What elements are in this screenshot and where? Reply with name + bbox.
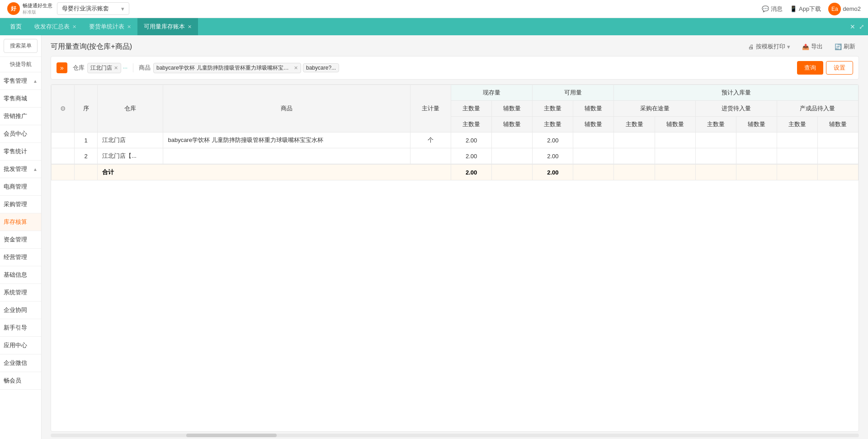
remove-warehouse-tag-icon[interactable]: ✕	[114, 65, 118, 71]
export-button[interactable]: 📤 导出	[798, 41, 826, 52]
table-row: 1 江北门店 babycare学饮杯 儿童防摔防撞吸管杯重力球吸嘴杯宝宝水杯 个…	[52, 132, 859, 148]
query-button[interactable]: 查询	[797, 61, 823, 75]
close-tab-1-icon[interactable]: ✕	[72, 24, 76, 30]
sidebar-item-vip[interactable]: 畅会员	[0, 372, 41, 389]
sidebar-item-wholesale[interactable]: 批发管理 ▲	[0, 160, 41, 178]
message-icon: 💬	[762, 5, 769, 12]
th-avail-main: 主数量	[533, 101, 573, 117]
sidebar-item-operation[interactable]: 经营管理	[0, 249, 41, 266]
app-download-action[interactable]: 📱 App下载	[790, 5, 821, 13]
sidebar-quick-nav[interactable]: 快捷导航	[0, 57, 41, 72]
sidebar-item-ecommerce[interactable]: 电商管理	[0, 178, 41, 195]
sidebar-item-retail-mgmt[interactable]: 零售管理 ▲	[0, 72, 41, 90]
sidebar-label-enterprise: 企业协同	[4, 306, 27, 314]
footer-purch-aux	[655, 164, 695, 180]
sidebar-group-inventory: 库存核算	[0, 213, 41, 231]
page-title: 可用量查询(按仓库+商品)	[51, 42, 132, 52]
sidebar-label-newbie: 新手引导	[4, 324, 27, 332]
sidebar-label-vip: 畅会员	[4, 377, 21, 385]
row-prod-main	[777, 132, 817, 148]
sidebar-label-purchase: 采购管理	[4, 200, 27, 208]
close-window-icon[interactable]: ✕	[850, 23, 855, 30]
content-area: 可用量查询(按仓库+商品) 🖨 按模板打印 ▾ 📤 导出 🔄 刷新 »	[42, 35, 868, 439]
sidebar-group-enterprise: 企业协同	[0, 302, 41, 319]
tab-yao-huo-dan[interactable]: 要货单统计表 ✕	[83, 18, 137, 35]
tab-label-1: 收发存汇总表	[34, 23, 70, 31]
horizontal-scrollbar[interactable]	[51, 432, 859, 439]
sidebar-item-system[interactable]: 系统管理	[0, 284, 41, 301]
sidebar-item-purchase[interactable]: 采购管理	[0, 196, 41, 213]
tab-home[interactable]: 首页	[4, 18, 28, 35]
main-layout: 搜索菜单 快捷导航 零售管理 ▲ 零售商城 营销推广 会员中心 零售	[0, 35, 868, 439]
account-selector[interactable]: 母婴行业演示账套 ▾	[57, 2, 129, 15]
product-tag-2[interactable]: babycare?...	[303, 63, 339, 72]
sidebar-label-wholesale: 批发管理	[4, 165, 27, 173]
sidebar-item-finance[interactable]: 资金管理	[0, 231, 41, 248]
search-menu-button[interactable]: 搜索菜单	[4, 39, 38, 53]
sidebar-item-enterprise[interactable]: 企业协同	[0, 302, 41, 319]
chevron-down-icon: ▾	[121, 5, 124, 12]
sidebar-item-retail-stat[interactable]: 零售统计	[0, 143, 41, 160]
table-container: ⚙ 序 仓库 商品 主计量 现存量 可用量 预计入库量 主数量 辅数量 主数量	[51, 84, 859, 432]
th-incoming-pending: 进货待入量	[695, 101, 777, 117]
sidebar-search-section: 搜索菜单	[0, 35, 41, 57]
sidebar-item-basic[interactable]: 基础信息	[0, 266, 41, 283]
user-action[interactable]: Ea demo2	[828, 3, 861, 15]
sidebar-item-marketing[interactable]: 营销推广	[0, 108, 41, 125]
sidebar-item-retail-mall[interactable]: 零售商城	[0, 90, 41, 107]
th-purch-aux: 辅数量	[655, 117, 695, 132]
th-stock-aux: 辅数量	[492, 101, 533, 117]
arrow-icon: ▲	[33, 79, 38, 84]
footer-label-cell: 合计	[98, 164, 451, 180]
logo-sub: 标准版	[23, 9, 52, 15]
row-product	[163, 148, 410, 165]
expand-filter-button[interactable]: »	[57, 62, 67, 73]
row-stock-aux	[492, 132, 533, 148]
product-tag-1[interactable]: babycare学饮杯 儿童防摔防撞吸管杯重力球吸嘴杯宝宝水杯 ✕	[153, 63, 301, 73]
tab-available-inventory[interactable]: 可用量库存账本 ✕	[137, 18, 198, 35]
setting-button[interactable]: 设置	[826, 61, 853, 75]
message-action[interactable]: 💬 消息	[762, 5, 783, 13]
sidebar-item-member[interactable]: 会员中心	[0, 125, 41, 142]
footer-prod-main	[777, 164, 817, 180]
remove-product-tag-1-icon[interactable]: ✕	[294, 65, 298, 71]
print-template-button[interactable]: 🖨 按模板打印 ▾	[745, 41, 794, 52]
sidebar-label-inventory: 库存核算	[4, 218, 27, 226]
sidebar-item-appstore[interactable]: 应用中心	[0, 337, 41, 354]
sidebar-group-newbie: 新手引导	[0, 319, 41, 337]
footer-stock-aux	[492, 164, 533, 180]
th-avail-aux: 辅数量	[573, 101, 614, 117]
user-label: demo2	[843, 5, 861, 12]
sidebar-label-member: 会员中心	[4, 130, 27, 138]
th-stock-main: 主数量	[451, 101, 492, 117]
th-settings[interactable]: ⚙	[52, 85, 75, 132]
column-settings-icon[interactable]: ⚙	[60, 105, 66, 112]
close-tab-3-icon[interactable]: ✕	[188, 24, 192, 30]
sidebar-item-newbie[interactable]: 新手引导	[0, 319, 41, 336]
sidebar-item-inventory[interactable]: 库存核算	[0, 213, 41, 231]
warehouse-filter-group: 仓库 江北门店 ✕ ···	[73, 63, 127, 73]
scrollbar-thumb[interactable]	[186, 434, 277, 437]
tab-label-2: 要货单统计表	[89, 23, 124, 31]
sidebar-label-wxwork: 企业微信	[4, 359, 27, 367]
refresh-button[interactable]: 🔄 刷新	[831, 41, 859, 52]
sidebar-label-retail-mall: 零售商城	[4, 94, 27, 103]
scrollbar-track	[51, 434, 859, 437]
sidebar-item-wxwork[interactable]: 企业微信	[0, 354, 41, 372]
more-warehouse-icon[interactable]: ···	[123, 65, 127, 71]
inventory-table: ⚙ 序 仓库 商品 主计量 现存量 可用量 预计入库量 主数量 辅数量 主数量	[51, 85, 859, 180]
product-tag-container: babycare学饮杯 儿童防摔防撞吸管杯重力球吸嘴杯宝宝水杯 ✕ babyca…	[153, 63, 339, 73]
maximize-icon[interactable]: ⤢	[859, 23, 864, 30]
sidebar-label-operation: 经营管理	[4, 253, 27, 261]
warehouse-tag[interactable]: 江北门店 ✕	[87, 63, 121, 73]
sidebar-label-retail-stat: 零售统计	[4, 147, 27, 156]
sidebar-label-finance: 资金管理	[4, 236, 27, 244]
tab-shou-fa-cun[interactable]: 收发存汇总表 ✕	[28, 18, 83, 35]
close-tab-2-icon[interactable]: ✕	[127, 24, 131, 30]
refresh-label: 刷新	[844, 42, 855, 51]
row-purch-main	[614, 148, 655, 165]
home-label: 首页	[10, 23, 22, 31]
row-avail-main: 2.00	[533, 132, 573, 148]
th-in-aux: 辅数量	[736, 117, 777, 132]
th-no: 序	[75, 85, 98, 132]
